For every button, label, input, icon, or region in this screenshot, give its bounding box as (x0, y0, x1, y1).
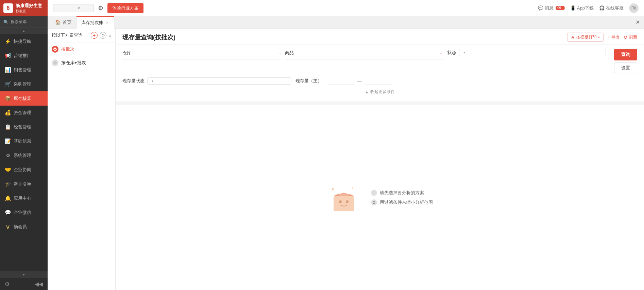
header-actions: + ⚙ « (91, 32, 111, 39)
inventory-status-dropdown[interactable]: ▾ (147, 77, 291, 85)
status-dropdown[interactable]: ▾ (459, 49, 606, 56)
export-btn[interactable]: ↑ 导出 (608, 34, 620, 40)
sidebar-item-newbie[interactable]: 🎓 新手引导 (0, 177, 48, 191)
sidebar-item-sales[interactable]: 📊 销售管理 (0, 63, 48, 77)
tab-panel-close-btn[interactable]: ✕ (631, 19, 644, 25)
scheme-settings-btn[interactable]: ⚙ (100, 32, 106, 39)
sidebar-header: 6 畅康通好生意 标准版 (0, 0, 48, 16)
warehouse-more-btn[interactable]: ··· (277, 51, 281, 55)
empty-state-content: ✦ ✦ 1 请先选择要分析的方案 2 用过滤条件来缩小分析范围 (327, 181, 433, 215)
collapse-more-btn[interactable]: ▲ 收起更多条件 (122, 86, 637, 97)
collapse-sidebar-icon[interactable]: ◀◀ (35, 281, 43, 287)
tab-home[interactable]: 🏠 首页 (50, 16, 77, 29)
print-dropdown-icon[interactable]: ▾ (598, 35, 600, 39)
settings-btn[interactable]: 设置 (614, 62, 637, 73)
collapse-panel-btn[interactable]: « (108, 33, 111, 38)
left-panel-title: 按以下方案查询 (52, 32, 83, 38)
tip-2-text: 用过滤条件来缩小分析范围 (380, 199, 433, 205)
svg-text:✦: ✦ (351, 186, 354, 190)
home-icon: 🏠 (55, 20, 61, 25)
filter-area: 仓库 ··· 商品 ··· 状态 ▾ (116, 45, 644, 102)
experience-industry-btn[interactable]: 体验行业方案 (107, 3, 143, 13)
enterprise-icon: 🤝 (5, 167, 11, 173)
tip-num-2: 2 (371, 199, 377, 205)
scheme-item-batch[interactable]: 按批次 (48, 42, 115, 56)
print-btn[interactable]: 🖨 按模板打印 ▾ (567, 33, 604, 42)
user-profile-btn[interactable]: Rit (629, 3, 639, 13)
sidebar-item-wechat[interactable]: 💬 企业微信 (0, 205, 48, 220)
sidebar-item-label: 资金管理 (14, 110, 31, 116)
sidebar-item-quicknav[interactable]: ⚡ 快捷导航 (0, 34, 48, 49)
scheme-item-warehouse-batch[interactable]: 按仓库+批次 (48, 56, 115, 70)
headset-icon: 🎧 (599, 5, 605, 11)
tab-inventory-batch[interactable]: 库存批次账 × (77, 16, 114, 29)
wechat-icon: 💬 (5, 210, 11, 216)
operations-icon: 📋 (5, 124, 11, 130)
inventory-qty-from[interactable] (327, 77, 355, 85)
finance-icon: 💰 (5, 110, 11, 116)
sidebar-item-inventory[interactable]: 📦 库存核算 (0, 91, 48, 106)
tab-bar: 🏠 首页 库存批次账 × ✕ (48, 16, 644, 29)
empty-state: ✦ ✦ 1 请先选择要分析的方案 2 用过滤条件来缩小分析范围 (116, 105, 644, 290)
sidebar-item-member[interactable]: V 畅会员 (0, 220, 48, 234)
sidebar-item-label: 企业微信 (14, 210, 31, 216)
refresh-btn-label: 刷新 (629, 34, 637, 40)
inventory-status-label: 现存量状态 (122, 78, 145, 84)
message-icon: 💬 (538, 5, 543, 11)
sidebar-item-label: 库存核算 (14, 95, 31, 102)
inventory-qty-to[interactable] (365, 77, 392, 85)
sidebar-item-appstore[interactable]: 🔔 应用中心 (0, 191, 48, 205)
svg-point-1 (53, 61, 57, 65)
messages-label: 消息 (545, 5, 554, 11)
search-menu-item[interactable]: 🔍 搜索菜单 (0, 16, 48, 28)
scroll-down-btn[interactable]: ▼ (0, 271, 48, 278)
empty-tip-1: 1 请先选择要分析的方案 (371, 190, 433, 196)
app-download-btn[interactable]: 📱 App下载 (570, 5, 594, 11)
sidebar-item-finance[interactable]: 💰 资金管理 (0, 106, 48, 120)
newbie-icon: 🎓 (5, 181, 11, 187)
sidebar-item-label: 系统管理 (14, 152, 31, 159)
topbar-search-group[interactable]: ▾ (53, 4, 94, 12)
warehouse-input[interactable] (134, 49, 275, 57)
app-version: 标准版 (16, 9, 42, 14)
svg-point-7 (346, 200, 349, 203)
tip-num-1: 1 (371, 190, 377, 196)
status-label: 状态 (447, 50, 456, 56)
basic-icon: 📝 (5, 138, 11, 144)
topbar-dropdown-btn[interactable]: ▾ (78, 6, 80, 11)
topbar-search-input[interactable] (56, 6, 77, 11)
sidebar-item-label: 销售管理 (14, 67, 31, 73)
inventory-icon: 📦 (5, 95, 11, 102)
sidebar-item-marketing[interactable]: 📢 营销推广 (0, 49, 48, 63)
search-menu-label: 搜索菜单 (11, 19, 27, 25)
divider (116, 102, 644, 102)
svg-marker-4 (334, 194, 339, 196)
scheme-label-batch: 按批次 (61, 46, 74, 52)
sidebar-item-enterprise[interactable]: 🤝 企业协同 (0, 163, 48, 177)
tab-close-btn[interactable]: × (105, 20, 109, 25)
sidebar-item-operations[interactable]: 📋 经营管理 (0, 120, 48, 134)
refresh-btn[interactable]: ↺ 刷新 (624, 34, 637, 40)
add-scheme-btn[interactable]: + (91, 32, 98, 39)
sidebar-item-purchase[interactable]: 🛒 采购管理 (0, 77, 48, 91)
appstore-icon: 🔔 (5, 195, 11, 201)
topbar-settings-btn[interactable]: ⚙ (97, 3, 105, 13)
online-service-btn[interactable]: 🎧 在线客服 (599, 5, 624, 11)
product-input[interactable] (296, 49, 437, 57)
product-more-btn[interactable]: ··· (440, 51, 443, 55)
query-btn[interactable]: 查询 (614, 49, 637, 60)
scroll-up-btn[interactable]: ▲ (0, 28, 48, 34)
export-btn-label: 导出 (611, 34, 620, 40)
sidebar-item-basic[interactable]: 📝 基础信息 (0, 134, 48, 148)
search-icon: 🔍 (3, 20, 9, 24)
phone-icon: 📱 (570, 5, 576, 11)
left-panel: 按以下方案查询 + ⚙ « 按批次 按仓库+批次 (48, 29, 116, 290)
sidebar-item-system[interactable]: ⚙ 系统管理 (0, 148, 48, 163)
inventory-status-arrow: ▾ (152, 79, 153, 83)
settings-icon[interactable]: ⚙ (5, 281, 10, 287)
app-logo: 6 (3, 3, 13, 13)
tab-home-label: 首页 (63, 19, 71, 25)
messages-btn[interactable]: 💬 消息 99+ (538, 5, 565, 11)
page-title: 现存量查询(按批次) (122, 33, 175, 41)
sidebar-item-label: 应用中心 (14, 195, 31, 201)
